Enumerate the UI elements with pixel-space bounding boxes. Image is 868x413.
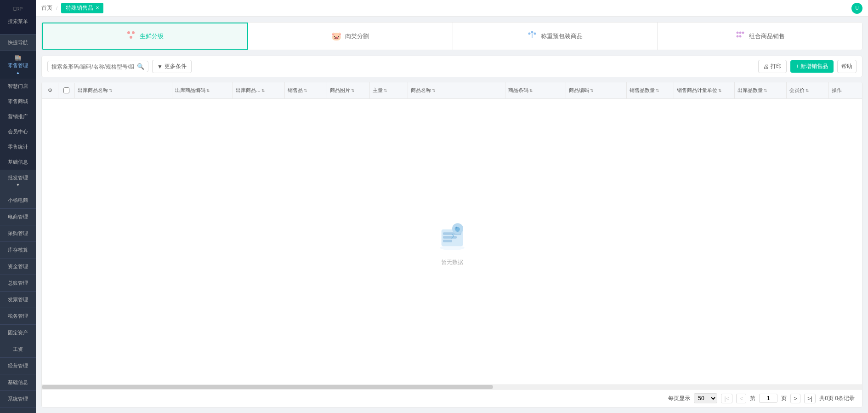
sort-barcode[interactable]: ⇅ [529,88,533,93]
sidebar-ecom-mgmt[interactable]: 电商管理 [0,209,36,225]
per-page-select[interactable]: 50 10 20 100 [694,393,717,403]
th-out-product-code: 出库商品编码 ⇅ [172,82,233,98]
sidebar-base-info[interactable]: 基础信息 [0,374,36,391]
svg-point-3 [528,33,531,35]
sidebar-sys-mgmt[interactable]: 系统管理 [0,391,36,407]
search-icon[interactable]: 🔍 [137,63,144,70]
table-container: ⚙ 出库商品名称 ⇅ 出库商品编码 ⇅ 出库商品... ⇅ [41,82,862,407]
breadcrumb-home[interactable]: 首页 [41,4,52,12]
th-member-price: 会员价 ⇅ [787,82,829,98]
empty-state: 暂无数据 [434,217,471,266]
sidebar-enterprise[interactable]: 企业协同 [0,407,36,413]
main-content: 首页 / 特殊销售品 × U 生鲜分级 [36,0,868,413]
svg-point-2 [130,36,132,39]
tab-meat-cut-label: 肉类分割 [345,32,369,40]
th-operation: 操作 [829,82,862,98]
tab-meat-cut[interactable]: 🐷 肉类分割 [248,23,453,50]
sidebar-fixed-assets[interactable]: 固定资产 [0,325,36,341]
table-header: ⚙ 出库商品名称 ⇅ 出库商品编码 ⇅ 出库商品... ⇅ [42,82,862,99]
next-page-button[interactable]: > [790,394,800,403]
page-label: 页 [781,395,787,402]
sort-sale-qty[interactable]: ⇅ [656,88,659,93]
toolbar: 🔍 ▼ 更多条件 🖨 打印 + 新增销售品 帮助 [41,56,862,77]
sidebar-tax-mgmt[interactable]: 税务管理 [0,308,36,325]
toolbar-left: 🔍 ▼ 更多条件 [47,60,192,73]
sidebar-mini-store[interactable]: 小畅电商 [0,192,36,209]
empty-text: 暂无数据 [441,258,463,266]
tabs-row: 生鲜分级 🐷 肉类分割 称重预包装商品 [41,22,862,50]
last-page-button[interactable]: >| [804,394,816,403]
sidebar-purchase-mgmt[interactable]: 采购管理 [0,225,36,242]
sort-goods-code[interactable]: ⇅ [590,88,594,93]
horizontal-scrollbar[interactable] [42,384,862,389]
table-body: 暂无数据 [42,99,862,384]
tab-fresh-grading[interactable]: 生鲜分级 [42,23,248,50]
sidebar-general-ledger[interactable]: 总账管理 [0,275,36,292]
select-all-checkbox[interactable] [63,87,69,93]
search-box[interactable]: 🔍 [47,61,148,72]
svg-point-1 [132,31,135,34]
sort-goods-name[interactable]: ⇅ [432,88,436,93]
sidebar-invoice-mgmt[interactable]: 发票管理 [0,292,36,308]
sidebar-search-menu[interactable]: 搜索菜单 [0,13,36,29]
sidebar-item-base-info-retail[interactable]: 基础信息 [0,155,36,170]
svg-point-0 [127,31,130,34]
th-settings[interactable]: ⚙ [42,83,58,98]
tab-weighed-prepack-label: 称重预包装商品 [541,32,583,40]
tab-close-icon[interactable]: × [96,5,99,11]
add-sales-button[interactable]: + 新增销售品 [790,60,834,73]
svg-point-4 [531,31,533,34]
pagination: 每页显示 50 10 20 100 |< < 第 页 > >| 共0页 0条记录 [42,389,862,407]
sort-main-qty[interactable]: ⇅ [384,88,387,93]
svg-rect-16 [443,240,452,242]
sort-sale-product[interactable]: ⇅ [304,88,307,93]
tab-combo-sales[interactable]: 组合商品销售 [658,23,862,50]
user-avatar[interactable]: U [851,3,862,14]
sort-out-product-short[interactable]: ⇅ [261,88,265,93]
combo-sales-icon [735,30,745,42]
sidebar-retail-mgmt[interactable]: 🏬 零售管理 ▲ [0,51,36,79]
sort-member-price[interactable]: ⇅ [806,88,809,93]
th-out-product-name: 出库商品名称 ⇅ [75,82,172,98]
th-out-product-short: 出库商品... ⇅ [233,82,284,98]
sidebar-finance-mgmt[interactable]: 资金管理 [0,258,36,275]
weighed-prepack-icon [527,30,537,42]
sort-unit[interactable]: ⇅ [718,88,722,93]
filter-button[interactable]: ▼ 更多条件 [152,60,192,73]
sort-out-product-code[interactable]: ⇅ [206,88,210,93]
breadcrumb-current[interactable]: 特殊销售品 × [61,3,103,13]
tab-fresh-grading-label: 生鲜分级 [140,32,164,40]
sidebar-item-members[interactable]: 会员中心 [0,124,36,139]
sidebar-batch-mgmt[interactable]: 批发管理 ▼ [0,170,36,192]
sidebar-inventory[interactable]: 库存核算 [0,242,36,258]
header-right: U [851,3,862,14]
sidebar-quick-nav[interactable]: 快捷导航 [0,34,36,51]
table-settings-icon[interactable]: ⚙ [48,87,52,93]
sort-out-qty[interactable]: ⇅ [764,88,767,93]
sort-out-product-name[interactable]: ⇅ [109,88,113,93]
first-page-button[interactable]: |< [721,394,732,403]
sidebar-logo: ERP 搜索菜单 [0,0,36,34]
th-checkbox[interactable] [58,83,75,98]
meat-cut-icon: 🐷 [331,31,341,41]
svg-point-10 [736,35,738,38]
th-sale-product: 销售品 ⇅ [285,82,328,98]
scrollbar-thumb[interactable] [42,385,493,389]
search-input[interactable] [51,63,134,70]
tab-weighed-prepack[interactable]: 称重预包装商品 [453,23,658,50]
page-input[interactable] [759,394,777,403]
print-button[interactable]: 🖨 打印 [758,60,787,73]
prev-page-button[interactable]: < [736,394,746,403]
sidebar-item-retail-stats[interactable]: 零售统计 [0,139,36,155]
toolbar-right: 🖨 打印 + 新增销售品 帮助 [758,60,857,73]
sort-product-image[interactable]: ⇅ [351,88,355,93]
svg-rect-15 [443,236,457,238]
header-bar: 首页 / 特殊销售品 × U [36,0,868,17]
sidebar-item-marketing[interactable]: 营销推广 [0,109,36,124]
help-button[interactable]: 帮助 [837,60,857,73]
svg-point-5 [534,33,536,35]
sidebar-wages[interactable]: 工资 [0,341,36,358]
sidebar-item-retail-mall[interactable]: 零售商城 [0,94,36,109]
sidebar-item-smart-store[interactable]: 智慧门店 [0,79,36,94]
sidebar-ops-mgmt[interactable]: 经营管理 [0,358,36,374]
